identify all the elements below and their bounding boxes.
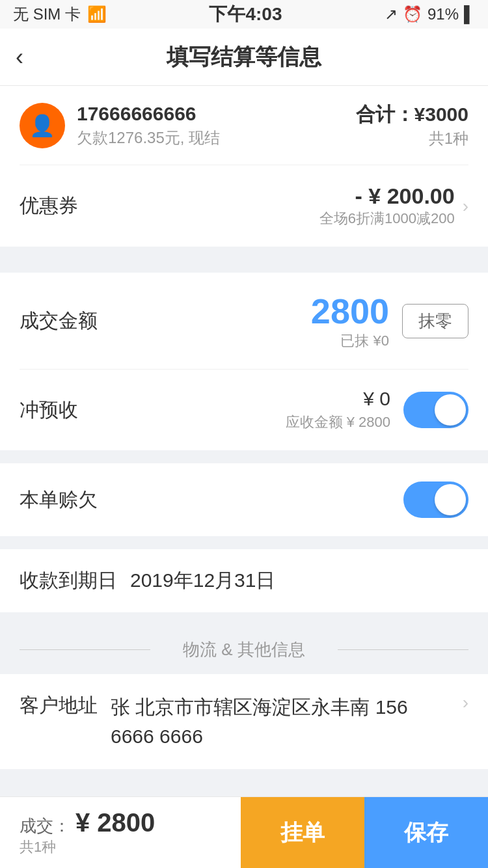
duedate-label: 收款到期日: [20, 567, 117, 594]
save-button[interactable]: 保存: [364, 797, 488, 869]
debt-label: 本单赊欠: [20, 487, 98, 513]
debt-toggle[interactable]: [403, 481, 468, 518]
address-section[interactable]: 客户地址 张 北京市市辖区海淀区永丰南 156 6666 6666 ›: [0, 674, 488, 769]
section-header-text: 物流 & 其他信息: [183, 638, 305, 661]
battery-percent: 91%: [427, 5, 459, 23]
location-icon: ↗: [385, 5, 398, 23]
hold-button[interactable]: 挂单: [241, 797, 364, 869]
status-left: 无 SIM 卡 📶: [13, 4, 107, 25]
deal-amount-right: 2800 已抹 ¥0 抹零: [311, 291, 468, 351]
total-count: 共1种: [356, 128, 468, 149]
summary-label: 成交：: [20, 815, 70, 837]
section-header-line-right: [338, 649, 468, 650]
bottom-bar: 成交： ¥ 2800 共1种 挂单 保存: [0, 796, 488, 868]
user-row: 👤 17666666666 欠款1276.35元, 现结 合计：¥3000 共1…: [0, 86, 488, 165]
prepay-value: ¥ 0: [286, 388, 390, 410]
duedate-value: 2019年12月31日: [130, 567, 275, 594]
nav-bar: ‹ 填写结算等信息: [0, 29, 488, 86]
toggle-knob: [435, 394, 466, 426]
coupon-desc: 全场6折满1000减200: [319, 209, 455, 228]
address-label: 客户地址: [20, 692, 98, 719]
wifi-icon: 📶: [87, 5, 107, 23]
duedate-section: 收款到期日 2019年12月31日: [0, 549, 488, 612]
gray-separator-1: [0, 260, 488, 273]
deal-amount-value: 2800: [311, 291, 389, 331]
prepay-sub: 应收金额 ¥ 2800: [286, 413, 390, 432]
round-off-button[interactable]: 抹零: [402, 304, 468, 338]
battery-icon: ▌: [464, 5, 475, 23]
gray-separator-2: [0, 450, 488, 463]
user-left: 👤 17666666666 欠款1276.35元, 现结: [20, 103, 220, 148]
avatar: 👤: [20, 103, 65, 148]
debt-section: 本单赊欠: [0, 463, 488, 536]
section-header-line-left: [20, 649, 150, 650]
section-header: 物流 & 其他信息: [0, 625, 488, 674]
summary-amount: ¥ 2800: [75, 808, 155, 837]
amount-section: 成交金额 2800 已抹 ¥0 抹零 冲预收 ¥ 0 应收金额 ¥ 2800: [0, 273, 488, 450]
coupon-right: - ¥ 200.00 全场6折满1000减200 ›: [319, 183, 468, 228]
prepay-toggle[interactable]: [403, 392, 468, 428]
prepay-row: 冲预收 ¥ 0 应收金额 ¥ 2800: [20, 370, 468, 450]
deal-amount-row: 成交金额 2800 已抹 ¥0 抹零: [20, 273, 468, 370]
chevron-right-icon: ›: [463, 196, 468, 217]
coupon-row[interactable]: 优惠券 - ¥ 200.00 全场6折满1000减200 ›: [0, 165, 488, 247]
status-bar: 无 SIM 卡 📶 下午4:03 ↗ ⏰ 91% ▌: [0, 0, 488, 29]
deal-amount-label: 成交金额: [20, 308, 98, 334]
deal-amount-sub: 已抹 ¥0: [311, 331, 389, 351]
back-button[interactable]: ‹: [16, 44, 23, 71]
address-value: 张 北京市市辖区海淀区永丰南 156 6666 6666: [111, 692, 450, 751]
prepay-right: ¥ 0 应收金额 ¥ 2800: [286, 388, 468, 432]
user-right: 合计：¥3000 共1种: [356, 102, 468, 149]
user-info-text: 17666666666 欠款1276.35元, 现结: [77, 103, 220, 148]
content-area: 👤 17666666666 欠款1276.35元, 现结 合计：¥3000 共1…: [0, 86, 488, 860]
user-info-card: 👤 17666666666 欠款1276.35元, 现结 合计：¥3000 共1…: [0, 86, 488, 247]
summary-count: 共1种: [20, 837, 221, 857]
coupon-discount: - ¥ 200.00: [319, 183, 455, 209]
signal-text: 无 SIM 卡: [13, 4, 81, 25]
coupon-label: 优惠券: [20, 193, 78, 219]
prepay-label: 冲预收: [20, 397, 78, 424]
page-title: 填写结算等信息: [167, 42, 321, 72]
debt-toggle-knob: [435, 484, 466, 515]
address-chevron-icon: ›: [463, 692, 468, 713]
alarm-icon: ⏰: [403, 5, 422, 23]
status-right: ↗ ⏰ 91% ▌: [385, 5, 475, 23]
bottom-summary: 成交： ¥ 2800 共1种: [0, 808, 241, 857]
user-debt-note: 欠款1276.35元, 现结: [77, 128, 220, 148]
total-amount: 合计：¥3000: [356, 102, 468, 128]
user-phone: 17666666666: [77, 103, 220, 125]
status-time: 下午4:03: [209, 2, 282, 27]
bottom-summary-top: 成交： ¥ 2800: [20, 808, 221, 837]
